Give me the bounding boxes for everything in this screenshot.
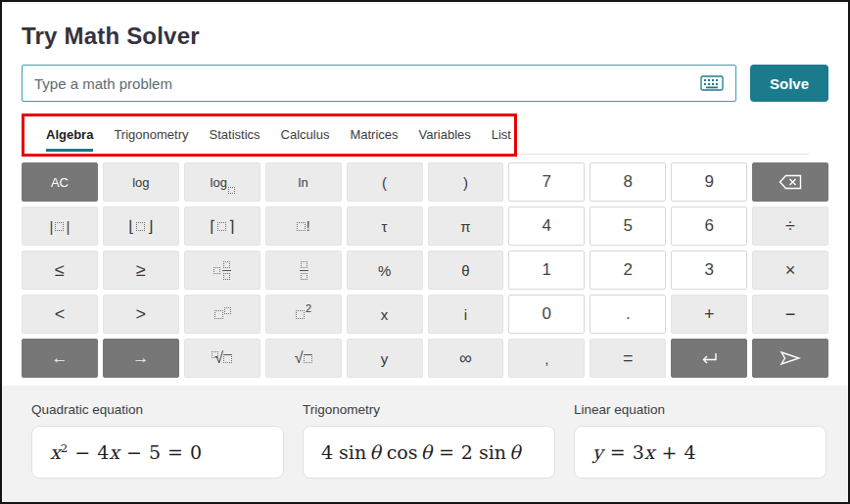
key-comma[interactable]: , — [508, 339, 585, 378]
key-absolute-value[interactable]: || — [22, 206, 98, 246]
math-problem-input[interactable] — [34, 75, 698, 92]
key-equals[interactable]: = — [590, 339, 666, 378]
example-linear-equation[interactable]: y=3x+4 — [574, 426, 826, 479]
category-tabs: AlgebraTrigonometryStatisticsCalculusMat… — [41, 102, 809, 155]
key-divide[interactable]: ÷ — [752, 206, 828, 246]
tab-algebra[interactable]: Algebra — [46, 127, 93, 144]
key-enter[interactable] — [671, 339, 747, 378]
key-0[interactable]: 0 — [508, 295, 585, 334]
example-equation: y=3x+4 — [592, 441, 695, 463]
tab-calculus[interactable]: Calculus — [281, 127, 330, 144]
key-decimal-point[interactable]: . — [590, 295, 666, 334]
key-mixed-fraction[interactable] — [184, 251, 260, 290]
tab-list[interactable]: List — [492, 127, 511, 144]
example-quadratic-equation-container: Quadratic equationx2−4x−5=0 — [31, 402, 284, 504]
key-3[interactable]: 3 — [671, 251, 747, 290]
tab-variables[interactable]: Variables — [419, 127, 471, 144]
key-square[interactable]: 2 — [265, 295, 342, 334]
example-label: Quadratic equation — [31, 402, 284, 417]
key-2[interactable]: 2 — [590, 251, 666, 290]
header-section: Try Math Solver Solve Alge — [2, 2, 848, 155]
key-tau[interactable]: τ — [347, 206, 423, 246]
key-multiply[interactable]: × — [752, 251, 828, 290]
key-close-paren[interactable]: ) — [428, 162, 504, 202]
example-equation: 4sinθcosθ=2sinθ — [321, 441, 520, 463]
key-8[interactable]: 8 — [590, 162, 666, 202]
key-fraction[interactable] — [265, 251, 342, 290]
example-trigonometry[interactable]: 4sinθcosθ=2sinθ — [303, 426, 555, 479]
key-natural-log[interactable]: ln — [265, 162, 342, 202]
tab-trigonometry[interactable]: Trigonometry — [114, 127, 188, 144]
key-exponent[interactable] — [184, 295, 260, 334]
key-infinity[interactable]: ∞ — [428, 339, 504, 378]
tab-statistics[interactable]: Statistics — [210, 127, 260, 144]
example-linear-equation-container: Linear equationy=3x+4 — [574, 402, 826, 504]
key-log-base[interactable]: log — [184, 162, 260, 202]
key-theta[interactable]: θ — [428, 251, 504, 290]
key-1[interactable]: 1 — [508, 251, 585, 290]
page-title: Try Math Solver — [22, 22, 828, 51]
key-square-root[interactable]: √ — [265, 339, 342, 378]
key-factorial[interactable]: ! — [265, 206, 342, 246]
key-6[interactable]: 6 — [671, 206, 747, 246]
key-5[interactable]: 5 — [590, 206, 666, 246]
key-i[interactable]: i — [428, 295, 504, 334]
key-backspace[interactable] — [752, 162, 828, 202]
key-open-paren[interactable]: ( — [347, 162, 423, 202]
example-label: Trigonometry — [303, 402, 555, 417]
key-7[interactable]: 7 — [508, 162, 585, 202]
key-less-than[interactable]: < — [22, 295, 98, 334]
example-trigonometry-container: Trigonometry4sinθcosθ=2sinθ — [303, 402, 555, 504]
key-floor[interactable]: ⌊⌋ — [103, 206, 179, 246]
search-row: Solve — [22, 65, 828, 102]
math-solver-widget: Try Math Solver Solve Alge — [0, 0, 850, 504]
tab-matrices[interactable]: Matrices — [350, 127, 398, 144]
key-y[interactable]: y — [347, 339, 423, 378]
key-cursor-right[interactable]: → — [103, 339, 179, 378]
key-cursor-left[interactable]: ← — [22, 339, 98, 378]
key-greater-than[interactable]: > — [103, 295, 179, 334]
keyboard-icon[interactable] — [698, 73, 726, 93]
math-input-box[interactable] — [22, 65, 736, 102]
key-minus[interactable]: − — [752, 295, 828, 334]
solve-button[interactable]: Solve — [750, 65, 828, 102]
key-percent[interactable]: % — [347, 251, 423, 290]
key-plus[interactable]: + — [671, 295, 747, 334]
key-4[interactable]: 4 — [508, 206, 585, 246]
examples-section: Quadratic equationx2−4x−5=0Trigonometry4… — [2, 386, 848, 504]
key-ceiling[interactable]: ⌈⌉ — [184, 206, 260, 246]
key-nth-root[interactable]: √ — [184, 339, 260, 378]
key-pi[interactable]: π — [428, 206, 504, 246]
example-quadratic-equation[interactable]: x2−4x−5=0 — [31, 426, 284, 479]
key-9[interactable]: 9 — [671, 162, 747, 202]
example-equation: x2−4x−5=0 — [50, 441, 202, 463]
key-all-clear[interactable]: AC — [22, 162, 98, 202]
key-submit[interactable] — [752, 339, 828, 378]
key-x[interactable]: x — [347, 295, 423, 334]
math-keypad: ACloglogln()789||⌊⌋⌈⌉!τπ456÷≤≥%θ123×<>2x… — [2, 155, 848, 386]
key-log[interactable]: log — [103, 162, 179, 202]
key-greater-equal[interactable]: ≥ — [103, 251, 179, 290]
key-less-equal[interactable]: ≤ — [22, 251, 98, 290]
example-label: Linear equation — [574, 402, 826, 417]
